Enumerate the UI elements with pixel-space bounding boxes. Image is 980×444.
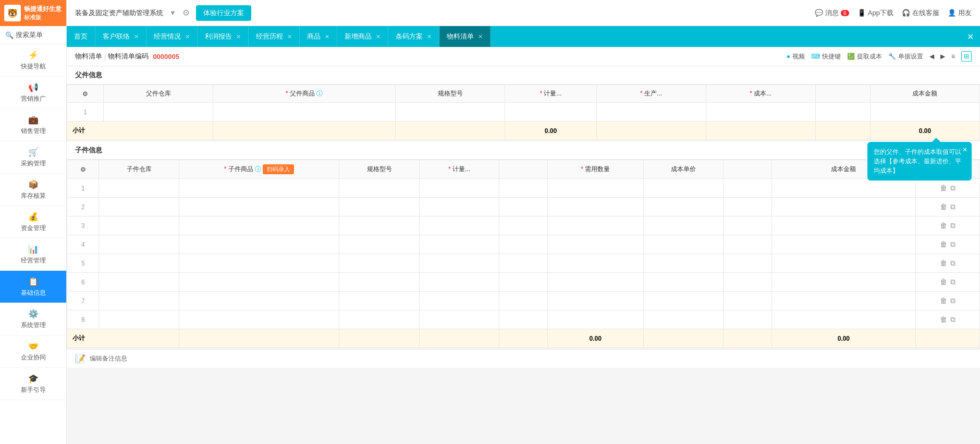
parent-unit-1[interactable] <box>505 103 596 122</box>
copy-row-6-button[interactable]: ⧉ <box>950 278 956 286</box>
parent-product-help-icon[interactable]: ⓘ <box>316 90 323 97</box>
extract-cost-button[interactable]: 💹 提取成本 <box>847 52 882 61</box>
child-product-help-icon[interactable]: ⓘ <box>255 165 261 173</box>
child-amount-1[interactable] <box>771 179 915 198</box>
child-qty-2[interactable] <box>547 198 643 217</box>
parent-amount-1[interactable] <box>870 103 979 122</box>
tab-close-new-product[interactable]: ✕ <box>376 33 381 40</box>
tab-close-history[interactable]: ✕ <box>287 33 292 40</box>
sidebar-item-finance[interactable]: 💰 资金管理 <box>0 206 66 238</box>
grid-view-icon: ⊞ <box>964 53 969 60</box>
delete-row-1-button[interactable]: 🗑 <box>940 184 947 193</box>
basic-info-icon: 📋 <box>28 276 39 286</box>
single-settings-button[interactable]: 🔧 单据设置 <box>888 52 923 61</box>
delete-row-6-button[interactable]: 🗑 <box>940 278 947 286</box>
trial-button[interactable]: 体验行业方案 <box>196 5 251 21</box>
copy-row-5-button[interactable]: ⧉ <box>950 259 956 268</box>
child-unit-2[interactable] <box>419 198 499 217</box>
tooltip-close-button[interactable]: ✕ <box>962 145 967 154</box>
tab-close-products[interactable]: ✕ <box>325 33 329 40</box>
tab-operations-status[interactable]: 经营情况 ✕ <box>146 26 198 47</box>
tab-home[interactable]: 首页 <box>67 26 95 47</box>
delete-row-5-button[interactable]: 🗑 <box>940 259 947 268</box>
child-row-num-2: 2 <box>67 198 99 217</box>
parent-th-production: * 生产... <box>596 85 706 103</box>
message-button[interactable]: 💬 消息 6 <box>815 8 849 18</box>
sidebar-item-enterprise[interactable]: 🤝 企业协同 <box>0 335 66 368</box>
sidebar-item-sales[interactable]: 💼 销售管理 <box>0 109 66 141</box>
tab-close-customer[interactable]: ✕ <box>134 33 139 40</box>
sidebar-item-system[interactable]: ⚙️ 系统管理 <box>0 303 66 335</box>
sidebar-item-operations[interactable]: 📊 经营管理 <box>0 238 66 271</box>
user-button[interactable]: 👤 用友 <box>948 8 972 18</box>
child-subtotal-qty: 0.00 <box>547 329 643 348</box>
child-spec-2[interactable] <box>339 198 420 217</box>
prev-record-button[interactable]: ◀ <box>929 53 934 60</box>
parent-spec-1[interactable] <box>396 103 505 122</box>
tab-barcode[interactable]: 条码方案 ✕ <box>388 26 439 47</box>
main-area: 装备及固定资产辅助管理系统 ▼ ⚙ 体验行业方案 💬 消息 6 📱 App下载 … <box>67 0 980 444</box>
shortcut-button[interactable]: ⌨ 快捷键 <box>811 52 841 61</box>
child-warehouse-1[interactable] <box>99 179 179 198</box>
child-price-2[interactable] <box>643 198 724 217</box>
tab-customer[interactable]: 客户联络 ✕ <box>95 26 146 47</box>
tab-profit-report[interactable]: 利润报告 ✕ <box>198 26 249 47</box>
settings-gear-icon[interactable]: ⚙ <box>182 8 190 18</box>
list-view-button[interactable]: ≡ <box>951 53 955 60</box>
child-spec-1[interactable] <box>339 179 420 198</box>
child-product-1[interactable] <box>179 179 339 198</box>
delete-row-2-button[interactable]: 🗑 <box>940 202 947 211</box>
sidebar-item-inventory[interactable]: 📦 库存核算 <box>0 174 66 206</box>
child-th-extra1 <box>499 160 547 179</box>
sidebar-item-basic-info[interactable]: 📋 基础信息 <box>0 271 66 303</box>
parent-table: ⚙ 父件仓库 * 父件商品 ⓘ 规格型号 * 计量... * 生产... * 成… <box>67 85 980 140</box>
delete-row-8-button[interactable]: 🗑 <box>940 315 947 324</box>
tab-new-product[interactable]: 新增商品 ✕ <box>337 26 388 47</box>
delete-row-4-button[interactable]: 🗑 <box>940 240 947 249</box>
copy-row-8-button[interactable]: ⧉ <box>950 315 956 324</box>
sidebar-item-quick-nav[interactable]: ⚡ 快捷导航 <box>0 44 66 77</box>
tab-close-bom[interactable]: ✕ <box>478 33 483 40</box>
tab-ops-history[interactable]: 经营历程 ✕ <box>249 26 300 47</box>
tab-close-profit[interactable]: ✕ <box>236 33 241 40</box>
close-all-tabs[interactable]: ✕ <box>961 26 980 47</box>
copy-row-7-button[interactable]: ⧉ <box>950 296 956 305</box>
next-record-button[interactable]: ▶ <box>940 53 945 60</box>
copy-row-3-button[interactable]: ⧉ <box>950 221 956 230</box>
scan-input-button[interactable]: 扫码录入 <box>263 164 294 174</box>
app-download-button[interactable]: 📱 App下载 <box>858 8 893 18</box>
prev-arrow-icon: ◀ <box>929 53 934 60</box>
parent-warehouse-1[interactable] <box>104 103 213 122</box>
delete-row-7-button[interactable]: 🗑 <box>940 296 947 305</box>
child-unit-1[interactable] <box>419 179 499 198</box>
child-product-2[interactable] <box>179 198 339 217</box>
child-qty-1[interactable] <box>547 179 643 198</box>
parent-cost-1[interactable] <box>706 103 815 122</box>
parent-th-settings[interactable]: ⚙ <box>67 85 104 103</box>
table-row: 7 🗑 ⧉ <box>67 292 980 310</box>
copy-row-2-button[interactable]: ⧉ <box>950 202 956 211</box>
copy-row-4-button[interactable]: ⧉ <box>950 240 956 249</box>
child-amount-2[interactable] <box>771 198 915 217</box>
online-service-button[interactable]: 🎧 在线客服 <box>902 8 939 18</box>
child-warehouse-2[interactable] <box>99 198 179 217</box>
parent-product-1[interactable] <box>213 103 396 122</box>
tab-bom[interactable]: 物料清单 ✕ <box>439 26 491 47</box>
parent-production-1[interactable] <box>596 103 706 122</box>
video-button[interactable]: ● 视频 <box>787 52 805 61</box>
copy-row-1-button[interactable]: ⧉ <box>950 184 956 193</box>
delete-row-3-button[interactable]: 🗑 <box>940 221 947 230</box>
sidebar-item-marketing[interactable]: 📢 营销推广 <box>0 77 66 109</box>
sidebar-item-purchase[interactable]: 🛒 采购管理 <box>0 141 66 174</box>
tab-products[interactable]: 商品 ✕ <box>300 26 337 47</box>
tab-close-ops[interactable]: ✕ <box>185 33 190 40</box>
child-th-settings[interactable]: ⚙ <box>67 160 99 179</box>
grid-view-button[interactable]: ⊞ <box>961 51 972 62</box>
tab-close-barcode[interactable]: ✕ <box>427 33 432 40</box>
child-price-1[interactable] <box>643 179 724 198</box>
note-label[interactable]: 编辑备注信息 <box>90 354 127 363</box>
parent-subtotal-empty5 <box>815 122 870 140</box>
search-menu[interactable]: 🔍 搜索菜单 <box>0 26 66 44</box>
sidebar-item-newbie[interactable]: 🎓 新手引导 <box>0 368 66 400</box>
system-dropdown-arrow[interactable]: ▼ <box>169 9 176 17</box>
